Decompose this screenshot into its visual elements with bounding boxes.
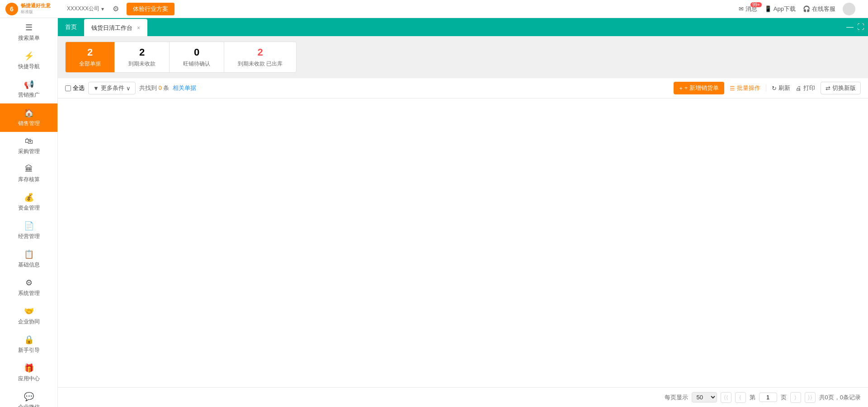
add-icon: + xyxy=(679,85,683,92)
sidebar-item-enterprise[interactable]: 🤝 企业协同 xyxy=(0,302,57,330)
sidebar-item-sales[interactable]: 🏠 销售管理 xyxy=(0,103,57,132)
main-layout: ☰ 搜索菜单 ⚡ 快捷导航 📢 营销推广 🏠 销售管理 🛍 采购管理 🏛 库存核… xyxy=(0,18,868,407)
sidebar-item-purchase[interactable]: 🛍 采购管理 xyxy=(0,132,57,160)
refresh-button[interactable]: ↻ 刷新 xyxy=(772,84,790,92)
company-selector[interactable]: XXXXXX公司 ▾ xyxy=(63,5,108,13)
page-suffix: 页 xyxy=(781,393,787,402)
related-records-link[interactable]: 相关单据 xyxy=(173,84,196,92)
app-download-icon: 📱 xyxy=(764,5,772,12)
filter-button[interactable]: ▼ 更多条件 ∨ xyxy=(88,82,136,94)
sidebar-item-app-center[interactable]: 🎁 应用中心 xyxy=(0,359,57,387)
app-download-button[interactable]: 📱 App下载 xyxy=(764,5,796,13)
sidebar-label-sales: 销售管理 xyxy=(18,120,40,127)
sidebar-label-enterprise: 企业协同 xyxy=(18,318,40,326)
prev-page-button[interactable]: ⟨ xyxy=(735,392,746,403)
company-name: XXXXXX公司 xyxy=(67,5,99,13)
stat-card-overdue-unshipped[interactable]: 2 到期未收款 已出库 xyxy=(224,42,296,72)
last-page-button[interactable]: ⟩⟩ xyxy=(805,392,816,403)
system-icon: ⚙ xyxy=(25,278,33,288)
stat-label-overdue-unpaid: 到期未收款 xyxy=(128,60,156,68)
tab-workspace[interactable]: 钱货日清工作台 × xyxy=(84,19,147,37)
select-all-checkbox[interactable]: 全选 xyxy=(65,84,85,92)
batch-icon: ☰ xyxy=(730,85,735,92)
sidebar-label-basic-info: 基础信息 xyxy=(18,261,40,269)
inventory-icon: 🏛 xyxy=(25,164,33,174)
page-input[interactable] xyxy=(759,393,777,402)
sidebar-item-system[interactable]: ⚙ 系统管理 xyxy=(0,273,57,302)
batch-operation-button[interactable]: ☰ 批量操作 xyxy=(730,84,760,92)
tab-close-icon[interactable]: × xyxy=(137,25,140,31)
logo-area: 6 畅捷通好生意 标准版 xyxy=(5,3,63,15)
logo-text: 畅捷通好生意 标准版 xyxy=(21,3,51,14)
toolbar-left: 全选 ▼ 更多条件 ∨ 共找到 0 条 相关单据 xyxy=(65,82,196,94)
stat-label-pending-confirm: 旺铺待确认 xyxy=(183,60,210,68)
refresh-icon: ↻ xyxy=(772,85,777,92)
filter-icon: ▼ xyxy=(93,85,99,92)
sidebar-label-search-menu: 搜索菜单 xyxy=(18,34,40,42)
header-right: ✉ 消息 99+ 📱 App下载 🎧 在线客服 xyxy=(739,3,863,15)
sidebar-label-finance: 资金管理 xyxy=(18,204,40,212)
tab-home-label: 首页 xyxy=(65,23,77,31)
sidebar-item-finance[interactable]: 💰 资金管理 xyxy=(0,188,57,216)
message-button[interactable]: ✉ 消息 99+ xyxy=(739,5,757,13)
online-service-button[interactable]: 🎧 在线客服 xyxy=(803,5,835,13)
sidebar-item-quick-nav[interactable]: ⚡ 快捷导航 xyxy=(0,47,57,75)
count-value: 0 xyxy=(159,84,162,91)
stat-num-all: 2 xyxy=(87,47,93,58)
stat-cards: 2 全部单据 2 到期未收款 0 旺铺待确认 2 到期未收款 已出库 xyxy=(65,42,297,73)
sidebar-label-inventory: 库存核算 xyxy=(18,176,40,183)
sidebar-item-basic-info[interactable]: 📋 基础信息 xyxy=(0,245,57,273)
sidebar-item-marketing[interactable]: 📢 营销推广 xyxy=(0,75,57,103)
wechat-icon: 💬 xyxy=(24,392,34,402)
header: 6 畅捷通好生意 标准版 XXXXXX公司 ▾ ⚙ 体验行业方案 ✉ 消息 99… xyxy=(0,0,868,18)
sidebar-label-quick-nav: 快捷导航 xyxy=(18,63,40,70)
add-sales-order-button[interactable]: + + 新增销货单 xyxy=(674,82,724,94)
switch-icon: ⇄ xyxy=(826,85,830,92)
tab-home[interactable]: 首页 xyxy=(58,18,84,36)
marketing-icon: 📢 xyxy=(24,80,34,89)
stat-card-pending-confirm[interactable]: 0 旺铺待确认 xyxy=(170,42,224,72)
stat-card-all[interactable]: 2 全部单据 xyxy=(66,42,115,72)
pagination: 每页显示 10 20 50 100 ⟨⟨ ⟨ 第 页 ⟩ ⟩⟩ 共0页，0条记录 xyxy=(58,387,868,407)
sidebar-item-wechat[interactable]: 💬 企业微信 xyxy=(0,387,57,407)
enterprise-icon: 🤝 xyxy=(24,306,34,316)
stat-label-overdue-unshipped: 到期未收款 已出库 xyxy=(238,60,283,68)
print-button[interactable]: 🖨 打印 xyxy=(796,84,815,92)
trial-button[interactable]: 体验行业方案 xyxy=(127,3,175,15)
settings-icon[interactable]: ⚙ xyxy=(109,3,122,15)
select-all-label: 全选 xyxy=(73,84,85,92)
stat-num-overdue-unshipped: 2 xyxy=(258,47,263,58)
filter-chevron-icon: ∨ xyxy=(126,85,131,92)
message-badge: 99+ xyxy=(750,2,762,7)
app-center-icon: 🎁 xyxy=(24,363,34,373)
sidebar: ☰ 搜索菜单 ⚡ 快捷导航 📢 营销推广 🏠 销售管理 🛍 采购管理 🏛 库存核… xyxy=(0,18,58,407)
stat-card-overdue-unpaid[interactable]: 2 到期未收款 xyxy=(115,42,170,72)
purchase-icon: 🛍 xyxy=(25,136,33,146)
sidebar-label-marketing: 营销推广 xyxy=(18,91,40,99)
search-menu-icon: ☰ xyxy=(25,23,33,33)
sales-icon: 🏠 xyxy=(24,108,34,118)
sidebar-label-wechat: 企业微信 xyxy=(18,403,40,407)
logo-icon: 6 xyxy=(5,3,18,15)
sidebar-item-operations[interactable]: 📄 经营管理 xyxy=(0,216,57,245)
sidebar-item-search-menu[interactable]: ☰ 搜索菜单 xyxy=(0,18,57,47)
sidebar-item-inventory[interactable]: 🏛 库存核算 xyxy=(0,160,57,188)
per-page-select[interactable]: 10 20 50 100 xyxy=(692,392,717,402)
content-area: 首页 钱货日清工作台 × — ⛶ 2 全部单据 2 到期未收款 xyxy=(58,18,868,407)
sidebar-item-guide[interactable]: 🔒 新手引导 xyxy=(0,330,57,359)
stat-label-all: 全部单据 xyxy=(79,60,101,68)
tab-minimize-icon[interactable]: — xyxy=(846,23,854,31)
select-all-input[interactable] xyxy=(65,85,71,91)
sidebar-label-system: 系统管理 xyxy=(18,290,40,297)
toolbar-right: + + 新增销货单 ☰ 批量操作 ↻ 刷新 🖨 打印 ⇄ xyxy=(674,82,861,94)
tab-workspace-label: 钱货日清工作台 xyxy=(91,24,132,32)
tab-expand-icon[interactable]: ⛶ xyxy=(857,23,864,31)
table-area xyxy=(58,98,868,387)
filter-label: 更多条件 xyxy=(101,84,124,92)
avatar[interactable] xyxy=(843,3,855,15)
finance-icon: 💰 xyxy=(24,192,34,202)
message-icon: ✉ xyxy=(739,5,744,12)
first-page-button[interactable]: ⟨⟨ xyxy=(721,392,731,403)
switch-version-button[interactable]: ⇄ 切换新版 xyxy=(821,82,861,94)
next-page-button[interactable]: ⟩ xyxy=(790,392,801,403)
